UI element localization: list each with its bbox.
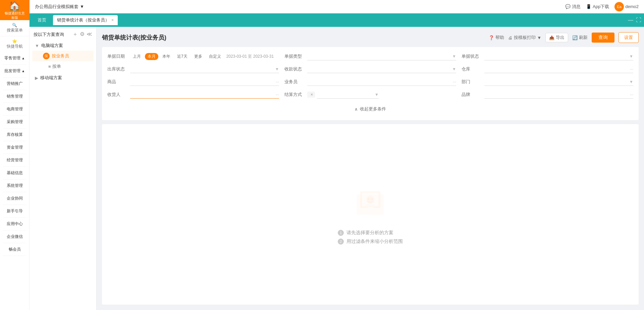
warehouse-input[interactable] xyxy=(484,66,630,71)
dept-input[interactable] xyxy=(484,79,628,84)
svg-point-6 xyxy=(368,198,370,200)
tab-current[interactable]: 销货单统计表（按业务员） × xyxy=(53,15,118,25)
settlement-dropdown-icon[interactable]: ▼ xyxy=(375,92,379,97)
doc-type-input[interactable] xyxy=(307,54,451,59)
user-profile[interactable]: Ea demo2 xyxy=(614,2,639,11)
left-panel-header: 按以下方案查询 ＋ ⚙ ≪ xyxy=(30,31,96,41)
goods-input[interactable] xyxy=(130,79,276,84)
doc-type-field[interactable]: ▼ xyxy=(307,52,456,60)
scheme-salesman[interactable]: 按 按业务员 xyxy=(32,51,94,61)
warehouse-more-icon[interactable]: ··· xyxy=(630,67,633,71)
query-button[interactable]: 查询 xyxy=(592,33,614,43)
out-status-field[interactable]: ▼ xyxy=(130,65,279,73)
scheme-order[interactable]: ≡ 按单 xyxy=(32,61,94,71)
tip-text-1: 请先选择要分析的方案 xyxy=(346,230,393,236)
date-btn-last-month[interactable]: 上月 xyxy=(130,53,144,60)
settlement-input[interactable] xyxy=(317,92,373,97)
search-label: 搜索菜单 xyxy=(0,28,29,33)
goods-more-icon[interactable]: ··· xyxy=(276,80,279,84)
warehouse-field[interactable]: ··· xyxy=(484,65,633,73)
settings-button[interactable]: 设置 xyxy=(619,32,639,43)
sidebar-item-应用中心[interactable]: 应用中心 xyxy=(3,218,26,230)
breadcrumb-dropdown[interactable]: 办公用品行业模拟账套 ▼ xyxy=(35,4,84,10)
tab-home[interactable]: 首页 xyxy=(32,15,52,25)
tab-bar: 首页 销货单统计表（按业务员） × — ⛶ xyxy=(30,13,644,27)
sidebar-item-库存核算[interactable]: 库存核算 xyxy=(3,128,26,141)
doc-status-dropdown-icon[interactable]: ▼ xyxy=(629,54,633,59)
date-btn-more[interactable]: 更多 xyxy=(192,53,205,60)
out-status-dropdown-icon[interactable]: ▼ xyxy=(275,67,279,71)
sidebar-item-企业微信[interactable]: 企业微信 xyxy=(3,230,26,243)
consignee-field[interactable]: ··· xyxy=(130,91,279,99)
brand-input[interactable] xyxy=(484,92,630,97)
message-button[interactable]: 💬 消息 xyxy=(565,4,581,10)
settlement-field[interactable]: ▼ xyxy=(317,91,379,99)
sidebar-item-企业协同[interactable]: 企业协同 xyxy=(3,192,26,205)
tab-minimize-icon[interactable]: — xyxy=(628,17,633,23)
mobile-group-header[interactable]: ▶ 移动端方案 xyxy=(32,73,94,83)
date-btn-custom[interactable]: 自定义 xyxy=(206,53,224,60)
export-button[interactable]: 📤 导出 xyxy=(545,33,568,42)
doc-status-label: 单据状态 xyxy=(462,53,482,59)
payment-status-dropdown-icon[interactable]: ▼ xyxy=(452,67,456,71)
sidebar-logo[interactable]: 🏠 畅捷通好生意 标版 xyxy=(0,0,30,20)
sidebar-item-采购管理[interactable]: 采购管理 xyxy=(3,116,26,128)
sidebar-item-零售管理[interactable]: 零售管理 ▲ xyxy=(3,52,26,65)
tip-num-1: 1 xyxy=(338,230,344,236)
brand-field[interactable]: ··· xyxy=(484,91,633,99)
collapse-panel-icon[interactable]: ≪ xyxy=(87,31,92,38)
sidebar-item-电商管理[interactable]: 电商管理 xyxy=(3,103,26,116)
goods-field[interactable]: ··· xyxy=(130,78,279,86)
brand-more-icon[interactable]: ··· xyxy=(630,92,633,97)
dept-field[interactable]: ▼ xyxy=(484,78,633,86)
payment-status-field[interactable]: ▼ xyxy=(307,65,456,73)
sidebar-item-新手引导[interactable]: 新手引导 xyxy=(3,205,26,218)
sidebar-item-资金管理[interactable]: 资金管理 xyxy=(3,141,26,154)
filter-row-3: 商品 ··· 业务员 ··· 部门 xyxy=(107,78,633,86)
salesman-input[interactable] xyxy=(307,79,453,84)
empty-illustration xyxy=(350,185,390,224)
date-btn-this-month[interactable]: 本月 xyxy=(145,53,158,60)
sidebar-item-畅会员[interactable]: 畅会员 xyxy=(3,243,26,256)
sidebar-item-经营管理[interactable]: 经营管理 xyxy=(3,154,26,167)
refresh-button[interactable]: 🔄 刷新 xyxy=(572,35,588,41)
collapse-button[interactable]: ∧ 收起更多条件 xyxy=(107,103,633,115)
sidebar-item-销售管理[interactable]: 销售管理 xyxy=(3,90,26,103)
app-download-button[interactable]: 📱 App下载 xyxy=(586,4,609,10)
scheme-order-label: 按单 xyxy=(52,63,61,69)
tab-close-icon[interactable]: × xyxy=(111,18,114,22)
add-scheme-button[interactable]: ＋ xyxy=(72,31,78,38)
nav-label: 营销推广 xyxy=(7,81,23,86)
date-btn-7days[interactable]: 近7天 xyxy=(174,53,190,60)
consignee-input[interactable] xyxy=(130,92,276,97)
submenu-arrow-icon: ▲ xyxy=(21,69,25,73)
date-btn-this-year[interactable]: 本年 xyxy=(160,53,173,60)
scheme-settings-icon[interactable]: ⚙ xyxy=(80,31,85,38)
nav-label: 采购管理 xyxy=(7,119,23,124)
sidebar-item-营销推广[interactable]: 营销推广 xyxy=(3,78,26,90)
sidebar-nav: 零售管理 ▲批发管理 ▲营销推广销售管理电商管理采购管理库存核算资金管理经营管理… xyxy=(3,52,26,256)
doc-status-input[interactable] xyxy=(484,54,628,59)
desktop-group-header[interactable]: ▼ 电脑端方案 xyxy=(32,41,94,51)
sidebar-item-基础信息[interactable]: 基础信息 xyxy=(3,167,26,179)
sidebar-item-批发管理[interactable]: 批发管理 ▲ xyxy=(3,65,26,78)
sidebar-search[interactable]: 🔍 搜索菜单 xyxy=(0,20,29,36)
out-status-input[interactable] xyxy=(130,66,274,71)
dept-dropdown-icon[interactable]: ▼ xyxy=(629,80,633,84)
tab-maximize-icon[interactable]: ⛶ xyxy=(636,17,641,23)
settlement-tag-close[interactable]: × xyxy=(311,92,313,97)
salesman-field[interactable]: ··· xyxy=(307,78,456,86)
help-button[interactable]: ❓ 帮助 xyxy=(489,35,504,41)
submenu-arrow-icon: ▲ xyxy=(21,56,25,60)
doc-status-field[interactable]: ▼ xyxy=(484,52,633,60)
payment-status-input[interactable] xyxy=(307,66,451,71)
app-subtitle: 标版 xyxy=(11,15,18,20)
salesman-more-icon[interactable]: ··· xyxy=(453,80,456,84)
sidebar-shortcut[interactable]: ⭐ 快捷导航 xyxy=(0,36,29,52)
nav-label: 企业协同 xyxy=(7,196,23,201)
doc-type-dropdown-icon[interactable]: ▼ xyxy=(452,54,456,59)
sidebar-item-系统管理[interactable]: 系统管理 xyxy=(3,179,26,192)
nav-label: 电商管理 xyxy=(7,107,23,111)
consignee-more-icon[interactable]: ··· xyxy=(276,92,279,97)
print-button[interactable]: 🖨 按模板打印 ▼ xyxy=(508,35,541,41)
